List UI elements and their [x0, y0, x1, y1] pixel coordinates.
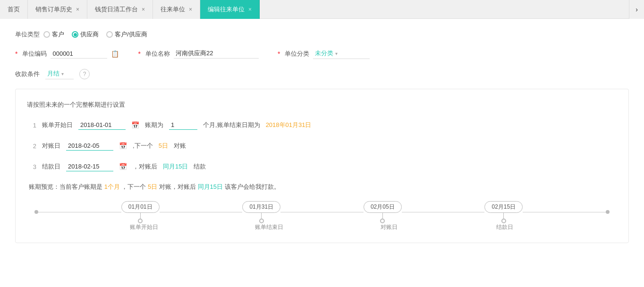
unit-category-dropdown[interactable]: 未分类 ▾	[313, 48, 370, 59]
tab-edit-partner-close[interactable]: ×	[248, 6, 252, 13]
timeline-date-2: 01月31日	[242, 201, 280, 213]
period-num-1: 1	[27, 122, 36, 129]
reconcile-desc-prefix: ,下一个	[133, 142, 153, 150]
unit-fields-row: * 单位编码 📋 * 单位名称 * 单位分类 未分类 ▾	[15, 48, 629, 59]
unit-type-radio-group: 客户 供应商 客户/供应商	[43, 30, 147, 39]
unit-type-label: 单位类型	[15, 30, 40, 39]
timeline-seg-1	[38, 212, 121, 212]
radio-customer-circle	[43, 31, 50, 38]
timeline-circle-1	[138, 219, 143, 223]
period-row-1: 1 账单开始日 📅 账期为 个月,账单结束日期为 2018年01月31日	[27, 120, 617, 130]
radio-supplier-circle	[72, 31, 78, 38]
start-date-calendar-icon[interactable]: 📅	[131, 121, 139, 129]
tab-cash-close[interactable]: ×	[142, 6, 145, 13]
timeline-label-2: 账单结束日	[250, 223, 288, 231]
timeline-circle-3	[380, 219, 385, 223]
timeline-section: 01月01日 01月31日 02月05日	[27, 203, 617, 235]
timeline-vline-4	[503, 213, 504, 219]
period-num-2: 2	[27, 143, 36, 150]
radio-customer[interactable]: 客户	[43, 30, 64, 39]
preview-mid1: ，下一个	[121, 183, 146, 190]
period-label-start: 账单开始日	[42, 121, 73, 129]
preview-prefix: 账期预览：当前客户账期是	[29, 183, 102, 190]
timeline-right-dot	[606, 210, 610, 214]
reconcile-date-calendar-icon[interactable]: 📅	[119, 142, 127, 150]
tabs-expand-button[interactable]: ›	[629, 0, 644, 19]
timeline-seg-4	[402, 212, 485, 212]
content-area: 单位类型 客户 供应商 客户/供应商 * 单位编码 📋 * 单位名称	[0, 19, 644, 287]
timeline-label-1: 账单开始日	[125, 223, 163, 231]
payment-date-input[interactable]	[66, 162, 113, 171]
unit-type-row: 单位类型 客户 供应商 客户/供应商	[15, 30, 629, 39]
timeline-date-3: 02月05日	[364, 201, 402, 213]
radio-both-circle	[106, 31, 113, 38]
period-box-title: 请按照未来的一个完整帐期进行设置	[27, 101, 617, 109]
tab-home-label: 首页	[8, 5, 20, 14]
timeline-vline-2	[261, 213, 262, 219]
tab-cash-label: 钱货日清工作台	[95, 5, 138, 14]
timeline-date-1: 01月01日	[121, 201, 160, 213]
period-for-label: 账期为	[145, 121, 163, 129]
unit-cat-label: 单位分类	[285, 50, 309, 58]
period-row-2: 2 对账日 📅 ,下一个 5日 对账	[27, 141, 617, 151]
payment-condition-dropdown[interactable]: 月结 ▾	[45, 68, 74, 79]
copy-icon[interactable]: 📋	[111, 50, 119, 58]
timeline-label-4: 结款日	[491, 223, 519, 231]
unit-code-input[interactable]	[51, 49, 107, 59]
payment-date-calendar-icon[interactable]: 📅	[119, 163, 127, 170]
tab-sales-close[interactable]: ×	[76, 6, 79, 13]
reconcile-desc-suffix: 对账	[174, 142, 186, 150]
timeline-vline-1	[140, 213, 141, 219]
unit-cat-star: *	[278, 50, 280, 58]
radio-supplier[interactable]: 供应商	[72, 30, 99, 39]
period-month-unit: 个月,账单结束日期为	[203, 121, 260, 129]
period-setting-box: 请按照未来的一个完整帐期进行设置 1 账单开始日 📅 账期为 个月,账单结束日期…	[15, 89, 629, 243]
timeline-sublabel-1: 账单开始日	[130, 223, 158, 231]
payment-condition-row: 收款条件 月结 ▾ ?	[15, 68, 629, 79]
radio-customer-label: 客户	[52, 30, 64, 39]
timeline-labels-row: 账单开始日 账单结束日 对账日 结款日	[34, 223, 610, 231]
timeline-label-3: 对账日	[375, 223, 403, 231]
timeline-date-4: 02月15日	[484, 201, 523, 213]
radio-both[interactable]: 客户/供应商	[106, 30, 147, 39]
preview-part3: 同月15日	[198, 183, 223, 190]
preview-mid2: 对账，对账后	[159, 183, 196, 190]
payment-condition-value: 月结	[47, 69, 59, 78]
period-label-reconcile: 对账日	[42, 142, 60, 150]
payment-desc-suffix: 结款	[194, 162, 206, 171]
start-date-input[interactable]	[78, 120, 126, 130]
period-label-payment: 结款日	[42, 162, 60, 171]
tab-partner-label: 往来单位	[161, 5, 185, 14]
unit-name-field: * 单位名称	[138, 49, 258, 59]
chevron-right-icon: ›	[636, 6, 638, 13]
help-icon[interactable]: ?	[79, 69, 90, 79]
period-num-3: 3	[27, 163, 36, 170]
preview-part1: 1个月	[104, 183, 120, 190]
reconcile-date-input[interactable]	[66, 141, 113, 151]
period-months-input[interactable]	[169, 120, 197, 130]
radio-both-label: 客户/供应商	[115, 30, 147, 39]
tab-partner[interactable]: 往来单位 ×	[153, 0, 200, 19]
unit-code-label: 单位编码	[22, 50, 47, 58]
tab-sales-order-history[interactable]: 销售订单历史 ×	[28, 0, 87, 19]
timeline-seg-5	[523, 212, 606, 212]
preview-part2: 5日	[148, 183, 157, 190]
timeline-point-4: 02月15日	[484, 201, 523, 223]
payment-chevron-icon: ▾	[61, 71, 64, 76]
chevron-down-icon: ▾	[335, 51, 338, 56]
unit-cat-value: 未分类	[315, 49, 333, 58]
timeline-sublabel-4: 结款日	[496, 223, 513, 231]
tab-cash-work[interactable]: 钱货日清工作台 ×	[87, 0, 153, 19]
unit-code-star: *	[15, 50, 17, 58]
timeline-seg-2	[160, 212, 243, 212]
timeline-circle-4	[501, 219, 506, 223]
tabs-bar: 首页 销售订单历史 × 钱货日清工作台 × 往来单位 × 编辑往来单位 × ›	[0, 0, 644, 19]
payment-condition-label: 收款条件	[15, 70, 40, 78]
unit-name-input[interactable]	[174, 49, 259, 59]
tab-edit-partner[interactable]: 编辑往来单位 ×	[200, 0, 260, 19]
timeline-circle-2	[259, 219, 264, 223]
tab-partner-close[interactable]: ×	[189, 6, 192, 13]
tab-home[interactable]: 首页	[0, 0, 28, 19]
radio-supplier-label: 供应商	[80, 30, 99, 39]
tab-sales-label: 销售订单历史	[35, 5, 72, 14]
